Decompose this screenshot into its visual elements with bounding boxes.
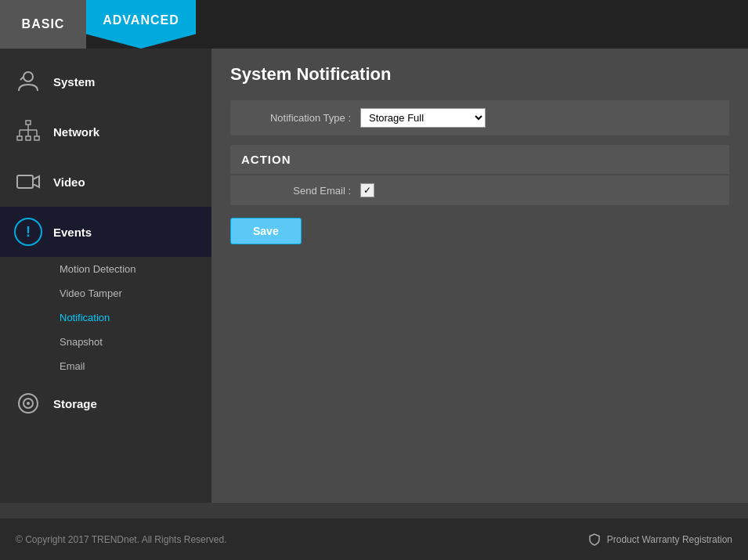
notification-type-row: Notification Type : Storage Full Motion … [230,100,729,135]
svg-rect-3 [17,136,22,140]
submenu-video-tamper[interactable]: Video Tamper [16,281,211,305]
sidebar-system-label: System [53,75,95,89]
submenu-notification[interactable]: Notification [16,305,211,330]
submenu-email[interactable]: Email [16,354,211,378]
main-content: System Notification Notification Type : … [211,49,748,503]
events-submenu: Motion Detection Video Tamper Notificati… [0,257,211,378]
action-header: ACTION [230,145,729,174]
footer: © Copyright 2017 TRENDnet. All Rights Re… [0,518,748,560]
page-title: System Notification [230,64,729,85]
warranty-text: Product Warranty Registration [607,534,732,545]
svg-rect-11 [17,175,33,188]
sidebar-item-storage[interactable]: Storage [0,378,211,428]
storage-icon [13,388,44,419]
send-email-row: Send Email : [230,175,729,205]
svg-rect-4 [26,136,31,140]
notification-type-label: Notification Type : [241,112,351,124]
sidebar-item-system[interactable]: System [0,56,211,107]
sidebar-storage-label: Storage [53,397,97,410]
network-icon [13,116,44,147]
warranty-section[interactable]: Product Warranty Registration [588,533,732,546]
tab-basic[interactable]: BASIC [0,0,86,49]
send-email-label: Send Email : [241,185,351,197]
tab-advanced[interactable]: ADVANCED [86,0,196,49]
events-icon: ! [13,216,44,247]
sidebar-video-label: Video [53,175,85,189]
save-button[interactable]: Save [230,218,302,244]
svg-line-1 [20,77,23,80]
sidebar: System Networ [0,49,211,503]
send-email-checkbox-wrapper [360,183,374,197]
sidebar-item-events[interactable]: ! Events [0,207,211,257]
svg-point-15 [27,402,30,405]
sidebar-item-network[interactable]: Network [0,107,211,157]
svg-marker-12 [33,176,39,187]
svg-rect-2 [26,121,31,125]
system-icon [13,66,44,97]
submenu-snapshot[interactable]: Snapshot [16,330,211,354]
sidebar-events-label: Events [53,226,92,239]
svg-point-0 [23,72,33,81]
sidebar-network-label: Network [53,125,99,139]
video-icon [13,166,44,197]
notification-type-select[interactable]: Storage Full Motion Detection Video Tamp… [360,108,486,128]
send-email-checkbox[interactable] [360,183,374,197]
shield-icon [588,533,601,546]
sidebar-item-video[interactable]: Video [0,157,211,207]
copyright-text: © Copyright 2017 TRENDnet. All Rights Re… [16,534,226,545]
svg-rect-5 [34,136,39,140]
submenu-motion-detection[interactable]: Motion Detection [16,257,211,281]
